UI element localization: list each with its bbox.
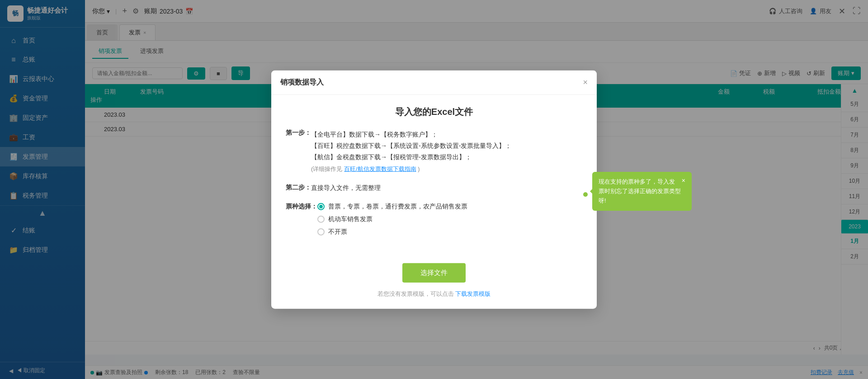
hint-prefix: 若您没有发票模版，可以点击 [377,290,454,297]
select-file-button[interactable]: 选择文件 [402,263,466,282]
modal-footer: 选择文件 若您没有发票模版，可以点击 下载发票模版 [271,256,597,308]
radio-normal-circle [317,203,325,210]
modal-title: 销项数据导入 [280,78,324,87]
download-template-link[interactable]: 下载发票模版 [455,290,491,297]
tooltip-close-button[interactable]: × [682,177,685,184]
radio-motor[interactable]: 机动车销售发票 [317,215,467,223]
step1-section: 第一步： 【全电平台】数据下载→【税务数字账户】； 【百旺】税控盘数据下载→【系… [286,129,582,173]
step1-link-suffix: ) [418,165,420,172]
modal-close-button[interactable]: × [583,78,588,87]
step2-section: 第二步： 直接导入文件，无需整理 [286,182,582,193]
radio-motor-circle [317,215,325,223]
step1-line2: 【百旺】税控盘数据下载→【系统设置-系统参数设置-发票批量导入】； [311,140,511,152]
radio-noticket-label: 不开票 [328,227,347,236]
radio-normal[interactable]: 普票，专票，卷票，通行费发票，农产品销售发票 [317,202,467,210]
radio-noticket[interactable]: 不开票 [317,227,467,236]
step1-label: 第一步： [286,129,311,137]
step1-link-row: (详细操作见 百旺/航信发票数据下载指南 ) [311,165,511,173]
radio-normal-label: 普票，专票，卷票，通行费发票，农产品销售发票 [328,202,467,210]
ticket-label: 票种选择： [286,202,317,210]
tooltip-dot [583,192,588,197]
step2-label: 第二步： [286,184,311,192]
tooltip-text: 现在支持的票种多了，导入发票时别忘了选择正确的发票类型呀! [599,178,681,204]
modal-hint: 若您没有发票模版，可以点击 下载发票模版 [286,289,582,298]
modal-body: 导入您的Excel文件 第一步： 【全电平台】数据下载→【税务数字账户】； 【百… [271,95,597,256]
import-modal: 销项数据导入 × 导入您的Excel文件 第一步： 【全电平台】数据下载→【税务… [271,71,597,309]
tooltip-popup: × 现在支持的票种多了，导入发票时别忘了选择正确的发票类型呀! [592,172,692,211]
modal-header: 销项数据导入 × [271,71,597,95]
step1-guide-link[interactable]: 百旺/航信发票数据下载指南 [344,165,416,172]
step1-line3: 【航信】金税盘数据下载→【报税管理-发票数据导出】； [311,152,511,163]
step1-line1: 【全电平台】数据下载→【税务数字账户】； [311,129,511,140]
step2-text: 直接导入文件，无需整理 [311,182,381,193]
ticket-select-section: 票种选择： 普票，专票，卷票，通行费发票，农产品销售发票 机动车销售发票 [286,202,582,236]
modal-main-title: 导入您的Excel文件 [286,106,582,118]
radio-motor-label: 机动车销售发票 [328,215,373,223]
radio-group: 普票，专票，卷票，通行费发票，农产品销售发票 机动车销售发票 不开票 [317,202,467,236]
step1-link-prefix: (详细操作见 [311,165,342,172]
radio-noticket-circle [317,228,325,235]
